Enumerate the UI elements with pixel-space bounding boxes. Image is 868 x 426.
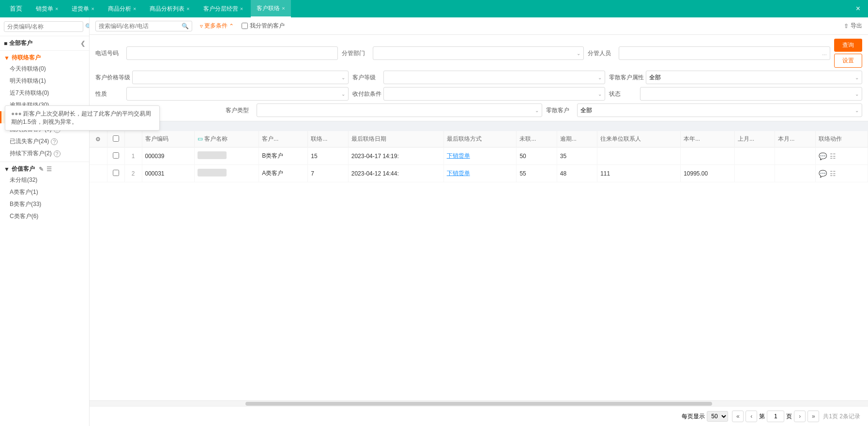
export-button[interactable]: ⇧ 导出	[844, 22, 862, 30]
more-conditions-button[interactable]: ▿ 更多条件 ⌃	[196, 20, 238, 31]
nav-customer-tiered-close[interactable]: ×	[240, 6, 243, 12]
prev-page-button[interactable]: ‹	[746, 411, 757, 422]
row2-method-link[interactable]: 下销货单	[447, 170, 470, 176]
nav-customer-contact-close[interactable]: ×	[282, 5, 285, 11]
row1-message-icon[interactable]: 💬	[819, 152, 827, 160]
sidebar-item-tomorrow[interactable]: 明天待联络(1)	[0, 75, 89, 87]
filter-payment: 收付款条件 ⌄	[352, 87, 606, 101]
sidebar-item-ungrouped[interactable]: 未分组(32)	[0, 174, 89, 186]
sidebar-value-title[interactable]: ▼ 价值客户 ✎ ☰	[0, 162, 89, 174]
row2-last-date: 2023-04-12 14:44:	[348, 165, 443, 182]
nav-product-analysis-list-close[interactable]: ×	[186, 6, 189, 12]
nav-purchase-order-close[interactable]: ×	[91, 6, 94, 12]
last-page-button[interactable]: »	[807, 411, 819, 422]
nav-sales-order-close[interactable]: ×	[55, 6, 58, 12]
nav-customer-contact[interactable]: 客户联络 ×	[251, 0, 290, 17]
col-action-header[interactable]: 联络动作	[815, 131, 868, 147]
row1-last-method[interactable]: 下销货单	[443, 147, 517, 165]
sidebar-item-7days[interactable]: 近7天待联络(0)	[0, 87, 89, 99]
col-check-header[interactable]	[107, 131, 124, 147]
col-code-header[interactable]: 客户编码	[142, 131, 194, 147]
row1-checkbox[interactable]	[113, 152, 119, 159]
price-level-select[interactable]: ⌄	[132, 71, 349, 84]
sidebar-item-declining[interactable]: 持续下滑客户(2) ?	[0, 147, 89, 160]
search-input[interactable]	[99, 23, 180, 29]
gender-select[interactable]: ⌄	[126, 87, 349, 101]
col-last-date-header[interactable]: 最后联络日期	[348, 131, 443, 147]
col-name-header[interactable]: ▭ 客户名称	[194, 131, 259, 147]
nav-product-analysis-close[interactable]: ×	[133, 6, 136, 12]
col-unreached-header[interactable]: 未联...	[517, 131, 557, 147]
dept-label: 分管部门	[342, 49, 371, 58]
nav-purchase-order[interactable]: 进货单 ×	[66, 0, 100, 17]
row2-last-method[interactable]: 下销货单	[443, 165, 517, 182]
query-button[interactable]: 查询	[834, 39, 862, 52]
row2-qr-icon[interactable]: ☷	[830, 170, 836, 177]
sidebar-search-icon[interactable]: 🔍	[85, 23, 90, 30]
row1-method-link[interactable]: 下销货单	[447, 152, 470, 159]
first-page-button[interactable]: «	[732, 411, 744, 422]
nav-product-analysis-list[interactable]: 商品分析列表 ×	[144, 0, 195, 17]
sidebar-collapse-icon[interactable]: ❮	[80, 40, 85, 47]
nav-customer-tiered[interactable]: 客户分层经营 ×	[198, 0, 249, 17]
top-navigation: 首页 销货单 × 进货单 × 商品分析 × 商品分析列表 × 客户分层经营 × …	[0, 0, 868, 17]
orange-strip	[0, 111, 1, 123]
export-icon: ⇧	[844, 23, 849, 29]
customer-level-select[interactable]: ⌄	[383, 71, 606, 84]
page-size-select[interactable]: 50	[707, 411, 728, 422]
col-this-month-header[interactable]: 本月...	[775, 131, 815, 147]
col-last-method-header[interactable]: 最后联络方式	[443, 131, 517, 147]
col-overdue-header[interactable]: 逾期...	[557, 131, 597, 147]
status-select[interactable]: ⌄	[640, 87, 862, 101]
customer-type-select[interactable]: ⌄	[257, 103, 542, 117]
my-customers-checkbox[interactable]	[242, 23, 248, 29]
window-close-button[interactable]: ×	[852, 4, 864, 13]
nav-product-analysis[interactable]: 商品分析 ×	[102, 0, 142, 17]
col-contact-header[interactable]: 联络...	[308, 131, 348, 147]
scrollbar-thumb[interactable]	[245, 402, 713, 406]
horizontal-scrollbar[interactable]	[90, 400, 868, 406]
sidebar-item-b-class[interactable]: B类客户(33)	[0, 198, 89, 210]
sidebar-all-customers[interactable]: ■ 全部客户 ❮	[0, 36, 89, 51]
sidebar-item-today[interactable]: 今天待联络(0)	[0, 63, 89, 75]
col-settings-header[interactable]: ⚙	[90, 131, 107, 147]
select-all-checkbox[interactable]	[113, 135, 119, 142]
payment-select[interactable]: ⌄	[383, 87, 606, 101]
sidebar-search-input[interactable]	[4, 21, 83, 32]
settings-button[interactable]: 设置	[834, 54, 862, 68]
filter-dept: 分管部门 ⌄	[342, 46, 584, 60]
row2-checkbox[interactable]	[113, 170, 119, 176]
total-records: 共1页 2条记录	[823, 412, 860, 421]
filter-phone: 电话号码	[95, 46, 338, 60]
row1-check[interactable]	[107, 147, 124, 165]
col-this-year-header[interactable]: 本年...	[681, 131, 735, 147]
search-icon[interactable]: 🔍	[182, 23, 189, 29]
table-header-row: ⚙ 客户编码 ▭ 客户名称 客户...	[90, 131, 868, 147]
col-last-month-header[interactable]: 上月...	[734, 131, 775, 147]
retail-select[interactable]: 全部 ⌄	[577, 103, 862, 117]
sidebar-item-a-class[interactable]: A类客户(1)	[0, 186, 89, 198]
row2-contact: 7	[308, 165, 348, 182]
row1-qr-icon[interactable]: ☷	[830, 152, 836, 160]
col-category-header[interactable]: 客户...	[259, 131, 308, 147]
filter-row-3: 性质 ⌄ 收付款条件 ⌄ 状态	[95, 87, 862, 101]
sidebar-item-churned[interactable]: 已流失客户(24) ?	[0, 135, 89, 147]
pagination: 每页显示 50 « ‹ 第 页 › » 共1页 2条记录	[90, 406, 868, 426]
my-customers-filter: 我分管的客户	[242, 22, 285, 30]
page-number-input[interactable]	[767, 411, 784, 422]
next-page-button[interactable]: ›	[794, 411, 806, 422]
customer-level-label: 客户等级	[352, 73, 381, 82]
nav-home[interactable]: 首页	[4, 0, 28, 17]
dept-select[interactable]: ⌄	[373, 46, 584, 60]
nav-sales-order[interactable]: 销货单 ×	[30, 0, 64, 17]
row2-check[interactable]	[107, 165, 124, 182]
col-unit-contact-header[interactable]: 往来单位联系人	[597, 131, 681, 147]
row2-message-icon[interactable]: 💬	[819, 170, 827, 177]
manager-select[interactable]: …	[619, 46, 830, 60]
edit-icon[interactable]: ✎	[39, 166, 44, 173]
retail-attr-select[interactable]: 全部 ⌄	[646, 71, 862, 84]
config-icon[interactable]: ☰	[46, 166, 52, 173]
status-chevron: ⌄	[855, 91, 859, 97]
sidebar-item-c-class[interactable]: C类客户(6)	[0, 210, 89, 222]
phone-input[interactable]	[126, 46, 338, 60]
